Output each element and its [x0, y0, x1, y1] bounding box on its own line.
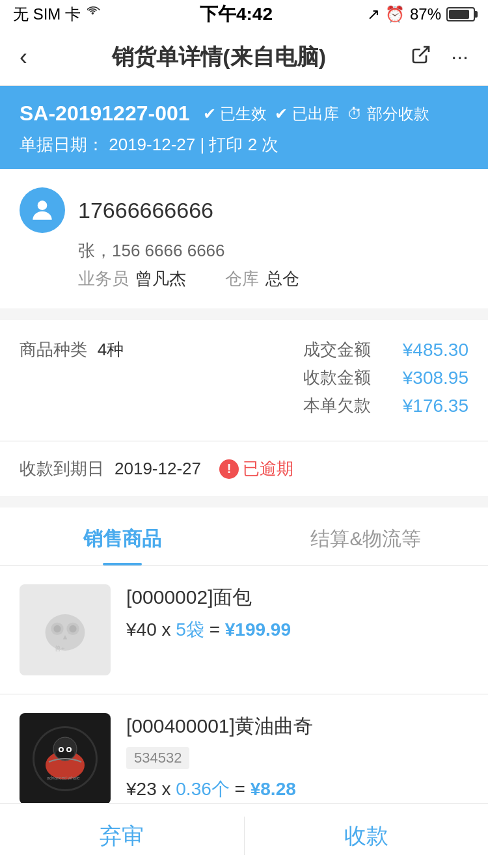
owed-value: ¥176.35: [384, 396, 468, 416]
amount-label: 成交金额: [303, 338, 371, 361]
svg-point-5: [69, 625, 76, 632]
tab-settlement[interactable]: 结算&物流等: [244, 508, 488, 565]
bottom-bar: 弃审 收款: [0, 803, 488, 868]
received-row: 收款金额 ¥308.95: [303, 366, 468, 389]
customer-meta: 业务员 曾凡杰 仓库 总仓: [78, 267, 468, 290]
product-qty-2: 0.36个: [176, 779, 230, 799]
svg-text:兽+: 兽+: [55, 645, 65, 652]
avatar: [20, 187, 65, 233]
status-left: 无 SIM 卡: [13, 4, 105, 25]
type-value: 4种: [98, 340, 124, 359]
order-date-row: 单据日期： 2019-12-27 | 打印 2 次: [20, 133, 468, 156]
product-name-1: [0000002]面包: [126, 584, 468, 611]
warehouse-label: 仓库: [225, 267, 259, 290]
battery-percent: 87%: [410, 5, 441, 23]
tab-products-label: 销售商品: [83, 528, 161, 549]
print-info: | 打印 2 次: [200, 135, 278, 154]
svg-point-4: [53, 625, 61, 632]
confirm-button[interactable]: 收款: [245, 804, 489, 868]
date-label: 单据日期：: [20, 135, 104, 154]
back-button[interactable]: ‹: [20, 44, 27, 71]
customer-section: 17666666666 张，156 6666 6666 业务员 曾凡杰 仓库 总…: [0, 169, 488, 308]
product-price-2: ¥23: [126, 779, 157, 799]
ninja-graphic: advanced whale: [33, 726, 98, 791]
owed-row: 本单欠款 ¥176.35: [303, 394, 468, 417]
nav-actions: ···: [411, 44, 468, 70]
carrier-text: 无 SIM 卡: [13, 4, 81, 25]
divider-1: [0, 310, 488, 320]
tab-products[interactable]: 销售商品: [0, 508, 244, 565]
product-thumb-1: 兽+: [20, 584, 111, 675]
svg-point-14: [60, 748, 62, 751]
salesperson-item: 业务员 曾凡杰: [78, 267, 186, 290]
product-list: 兽+ [0000002]面包 ¥40 x 5袋 = ¥199.99: [0, 566, 488, 822]
customer-row: 17666666666: [20, 187, 468, 233]
product-item: 兽+ [0000002]面包 ¥40 x 5袋 = ¥199.99: [0, 566, 488, 694]
due-label: 收款到期日: [20, 457, 104, 480]
status-right: ↗ ⏰ 87%: [367, 5, 475, 23]
more-icon[interactable]: ···: [451, 45, 468, 69]
due-section: 收款到期日 2019-12-27 ! 已逾期: [0, 442, 488, 496]
badge-partial: ⏱ 部分收款: [347, 103, 429, 124]
owed-label: 本单欠款: [303, 394, 371, 417]
product-thumb-2: advanced whale: [20, 713, 111, 804]
customer-phone: 17666666666: [78, 198, 213, 223]
product-info-1: [0000002]面包 ¥40 x 5袋 = ¥199.99: [126, 584, 468, 675]
summary-right: 成交金额 ¥485.30 收款金额 ¥308.95 本单欠款 ¥176.35: [303, 338, 468, 422]
svg-point-1: [46, 614, 85, 651]
order-header: SA-20191227-001 ✔ 已生效 ✔ 已出库 ⏱ 部分收款 单据日期：…: [0, 86, 488, 169]
summary-left: 商品种类 4种: [20, 338, 124, 361]
tabs-section: 销售商品 结算&物流等: [0, 508, 488, 566]
svg-point-15: [68, 748, 70, 751]
share-icon[interactable]: [411, 44, 431, 70]
overdue-badge: ! 已逾期: [219, 457, 293, 480]
due-date: 2019-12-27: [115, 459, 201, 479]
tab-underline: [103, 563, 142, 565]
customer-sub: 张，156 6666 6666: [78, 239, 468, 262]
overdue-text: 已逾期: [243, 457, 293, 480]
order-id: SA-20191227-001: [20, 102, 190, 126]
status-time: 下午4:42: [200, 2, 273, 27]
warehouse-item: 仓库 总仓: [225, 267, 299, 290]
overdue-icon: !: [219, 459, 239, 479]
tabs-row: 销售商品 结算&物流等: [0, 508, 488, 565]
amount-value: ¥485.30: [384, 340, 468, 360]
order-date: 2019-12-27: [109, 135, 195, 154]
cancel-button[interactable]: 弃审: [0, 804, 244, 868]
salesperson-label: 业务员: [78, 267, 129, 290]
summary-section: 商品种类 4种 成交金额 ¥485.30 收款金额 ¥308.95 本单欠款 ¥…: [0, 320, 488, 441]
product-price-row-1: ¥40 x 5袋 = ¥199.99: [126, 617, 468, 642]
badge-effective: ✔ 已生效: [203, 103, 267, 124]
received-value: ¥308.95: [384, 368, 468, 388]
amount-row: 成交金额 ¥485.30: [303, 338, 468, 361]
alarm-icon: ⏰: [385, 5, 405, 23]
product-price-1: ¥40: [126, 619, 157, 640]
salesperson-value: 曾凡杰: [135, 267, 186, 290]
status-badges: ✔ 已生效 ✔ 已出库 ⏱ 部分收款: [203, 103, 429, 124]
tab-settlement-label: 结算&物流等: [310, 528, 421, 549]
battery-icon: [446, 7, 475, 21]
warehouse-value: 总仓: [265, 267, 299, 290]
product-info-2: [000400001]黄油曲奇 534532 ¥23 x 0.36个 = ¥8.…: [126, 713, 468, 804]
product-total-1: ¥199.99: [225, 619, 291, 640]
svg-text:advanced whale: advanced whale: [47, 776, 80, 780]
product-tag-2: 534532: [126, 747, 189, 769]
svg-point-0: [38, 200, 47, 210]
wifi-icon: [87, 5, 105, 23]
product-total-2: ¥8.28: [251, 779, 296, 799]
type-label: 商品种类: [20, 340, 87, 359]
location-icon: ↗: [367, 5, 380, 23]
divider-2: [0, 496, 488, 506]
received-label: 收款金额: [303, 366, 371, 389]
product-price-row-2: ¥23 x 0.36个 = ¥8.28: [126, 777, 468, 802]
product-name-2: [000400001]黄油曲奇: [126, 713, 468, 740]
nav-bar: ‹ 销货单详情(来自电脑) ···: [0, 29, 488, 86]
page-title: 销货单详情(来自电脑): [112, 42, 326, 72]
product-qty-1: 5袋: [176, 619, 204, 640]
badge-shipped: ✔ 已出库: [275, 103, 339, 124]
status-bar: 无 SIM 卡 下午4:42 ↗ ⏰ 87%: [0, 0, 488, 29]
